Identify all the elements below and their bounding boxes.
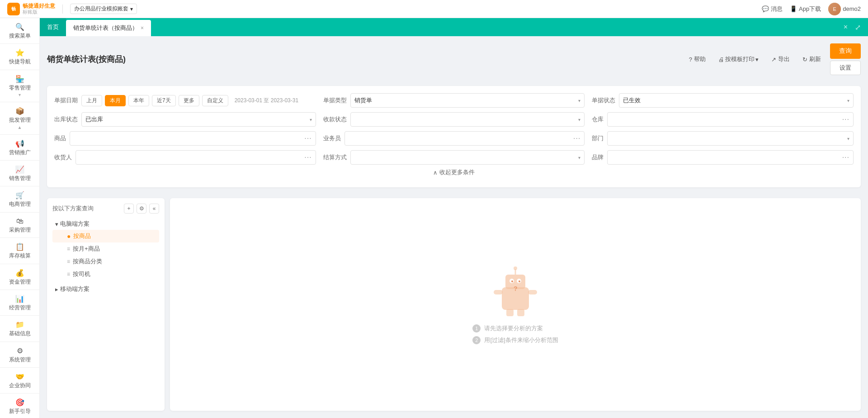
tab-sales-stat[interactable]: 销货单统计表（按商品） ×	[66, 20, 151, 36]
left-panel-header: 按以下方案查询 + ⚙ «	[52, 204, 159, 214]
help-btn[interactable]: ? 帮助	[685, 53, 709, 65]
warehouse-select[interactable]: ···	[607, 112, 854, 127]
lp-settings-btn[interactable]: ⚙	[137, 204, 146, 214]
sidebar-item-finance[interactable]: 💰 资金管理	[0, 264, 39, 290]
svg-rect-9	[506, 309, 514, 316]
sidebar-item-marketing[interactable]: 📢 营销推广	[0, 135, 39, 161]
doc-type-value: 销货单	[354, 96, 372, 104]
tree-item-by-driver[interactable]: ≡ 按司机	[52, 268, 159, 280]
query-button[interactable]: 查询	[830, 43, 861, 59]
date-btn-last-month[interactable]: 上月	[81, 95, 102, 106]
tab-close-btn[interactable]: ×	[141, 25, 144, 31]
sidebar-item-ecommerce[interactable]: 🛒 电商管理	[0, 186, 39, 212]
date-btn-custom[interactable]: 自定义	[202, 95, 228, 106]
sidebar-item-sales[interactable]: 📈 销售管理	[0, 161, 39, 186]
lp-add-btn[interactable]: +	[124, 204, 134, 214]
collect-status-select[interactable]: ▾	[350, 112, 585, 127]
goods-select[interactable]: ···	[70, 131, 316, 146]
sidebar-item-retail[interactable]: 🏪 零售管理 ▾	[0, 70, 39, 102]
collapse-bar[interactable]: ∧ 收起更多条件	[54, 165, 854, 180]
tab-home[interactable]: 首页	[40, 18, 66, 36]
date-btn-this-year[interactable]: 本年	[128, 95, 149, 106]
lp-collapse-btn[interactable]: «	[149, 204, 159, 214]
sales-icon: 📈	[15, 165, 24, 174]
doc-status-chevron: ▾	[847, 98, 849, 103]
sidebar-item-newbie[interactable]: 🎯 新手引导	[0, 394, 39, 418]
svg-rect-7	[494, 290, 503, 294]
tree-item-by-category-icon: ≡	[67, 258, 70, 265]
workspace-selector[interactable]: 办公用品行业模拟账套 ▾	[70, 4, 137, 14]
system-icon: ⚙	[17, 347, 23, 355]
close-tab-right-btn[interactable]: ×	[840, 23, 851, 31]
date-range: 2023-03-01 至 2023-03-31	[235, 97, 298, 104]
settings-button[interactable]: 设置	[830, 61, 861, 75]
sidebar-item-basic[interactable]: 📁 基础信息	[0, 316, 39, 342]
doc-type-label: 单据类型	[323, 96, 347, 104]
logo: 畅 畅捷通好生意 标账版	[7, 3, 55, 15]
settle-filter-item: 结算方式 ▾	[323, 150, 585, 165]
tree-item-by-month-goods[interactable]: ≡ 按月+商品	[52, 242, 159, 255]
dept-select[interactable]: ▾	[607, 131, 854, 146]
export-btn[interactable]: ↗ 导出	[768, 53, 793, 65]
tree-item-by-driver-icon: ≡	[67, 271, 70, 277]
messages-btn[interactable]: 💬 消息	[762, 5, 783, 13]
print-icon: 🖨	[718, 56, 724, 63]
newbie-icon: 🎯	[15, 398, 24, 407]
sidebar-item-shortcuts[interactable]: ⭐ 快捷导航	[0, 44, 39, 70]
workspace-chevron: ▾	[130, 6, 133, 12]
left-panel-actions: + ⚙ «	[124, 204, 159, 214]
app-download-btn[interactable]: 📱 App下载	[790, 5, 821, 13]
retail-chevron: ▾	[19, 92, 21, 97]
date-btn-more[interactable]: 更多	[179, 95, 199, 106]
tree-item-by-category-label: 按商品分类	[73, 257, 102, 266]
doc-status-select[interactable]: 已生效 ▾	[619, 93, 854, 108]
tree-label-mobile: 移动端方案	[60, 285, 90, 293]
sidebar-item-cooperation[interactable]: 🤝 企业协同	[0, 368, 39, 394]
receiver-dots: ···	[304, 153, 311, 162]
salesperson-filter-item: 业务员 ···	[323, 131, 585, 146]
doc-status-label: 单据状态	[592, 96, 615, 104]
print-btn[interactable]: 🖨 按模板打印 ▾	[715, 53, 762, 65]
page-header: 销货单统计表(按商品) ? 帮助 🖨 按模板打印 ▾ ↗	[47, 43, 861, 75]
tree-item-by-category[interactable]: ≡ 按商品分类	[52, 255, 159, 268]
salesperson-select[interactable]: ···	[344, 131, 585, 146]
refresh-btn[interactable]: ↻ 刷新	[799, 53, 825, 65]
sidebar-item-operation[interactable]: 📊 经营管理	[0, 290, 39, 316]
out-status-select[interactable]: 已出库 ▾	[81, 112, 316, 127]
brand-select[interactable]: ···	[607, 150, 854, 165]
tab-home-label: 首页	[47, 23, 59, 31]
tree-header-desktop[interactable]: ▾ 电脑端方案	[52, 218, 159, 230]
date-btn-this-month[interactable]: 本月	[105, 95, 126, 106]
empty-step-2-text: 用[过滤]条件来缩小分析范围	[484, 336, 558, 344]
tree-expand-desktop: ▾	[55, 221, 58, 228]
user-name: demo2	[843, 5, 861, 12]
empty-state: ?	[170, 198, 861, 411]
receiver-label: 收货人	[54, 153, 72, 162]
warehouse-dots: ···	[842, 115, 849, 124]
sidebar-item-system[interactable]: ⚙ 系统管理	[0, 342, 39, 368]
brand-dots: ···	[842, 153, 849, 162]
tree-item-by-goods[interactable]: ● 按商品	[52, 230, 159, 242]
settle-select[interactable]: ▾	[350, 150, 585, 165]
sidebar-item-inventory[interactable]: 📋 库存核算	[0, 238, 39, 264]
brand-label: 品牌	[592, 153, 604, 162]
sidebar-item-search[interactable]: 🔍 搜索菜单	[0, 18, 39, 44]
user-avatar-area[interactable]: E demo2	[828, 3, 861, 15]
tree-label-desktop: 电脑端方案	[60, 220, 90, 228]
goods-dots: ···	[304, 134, 311, 142]
warehouse-label: 仓库	[592, 115, 604, 124]
sidebar-item-purchase[interactable]: 🛍 采购管理	[0, 213, 39, 238]
empty-step-2: 2 用[过滤]条件来缩小分析范围	[472, 336, 558, 344]
purchase-icon: 🛍	[16, 217, 24, 225]
phone-icon: 📱	[790, 5, 797, 12]
collect-status-label: 收款状态	[323, 115, 347, 124]
receiver-filter-item: 收货人 ···	[54, 150, 316, 165]
date-btn-7days[interactable]: 近7天	[152, 95, 176, 106]
maximize-btn[interactable]: ⤢	[851, 23, 864, 32]
tree-header-mobile[interactable]: ▸ 移动端方案	[52, 283, 159, 295]
doc-status-value: 已生效	[623, 96, 641, 104]
salesperson-dots: ···	[573, 134, 580, 142]
receiver-select[interactable]: ···	[75, 150, 316, 165]
doc-type-select[interactable]: 销货单 ▾	[350, 93, 585, 108]
sidebar-item-wholesale[interactable]: 📦 批发管理 ▲	[0, 102, 39, 134]
